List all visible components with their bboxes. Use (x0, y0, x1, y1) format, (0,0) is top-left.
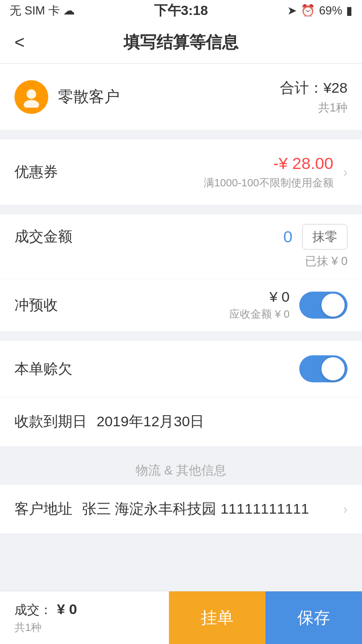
coupon-value: -¥ 28.00 满1000-100不限制使用金额 (204, 154, 334, 190)
prepay-value-area: ¥ 0 应收金额 ¥ 0 (229, 289, 348, 322)
coupon-item[interactable]: 优惠券 -¥ 28.00 满1000-100不限制使用金额 › (0, 140, 362, 205)
prepay-sub-text: 应收金额 ¥ 0 (229, 307, 290, 322)
total-count: 共1种 (280, 100, 348, 115)
divider-3 (0, 331, 362, 341)
svg-point-0 (27, 89, 36, 99)
hang-button[interactable]: 挂单 (169, 591, 265, 644)
credit-toggle-knob (321, 357, 345, 380)
svg-point-1 (24, 100, 39, 108)
customer-left: 零散客户 (14, 80, 120, 114)
page-title: 填写结算等信息 (124, 31, 238, 54)
round-zero-button[interactable]: 抹零 (302, 224, 348, 250)
coupon-value-area: -¥ 28.00 满1000-100不限制使用金额 › (204, 154, 348, 190)
customer-right: 合计：¥28 共1种 (280, 78, 348, 115)
prepay-item: 冲预收 ¥ 0 应收金额 ¥ 0 (0, 279, 362, 331)
coupon-discount: -¥ 28.00 (204, 154, 334, 173)
status-left: 无 SIM 卡 ☁ (10, 3, 75, 18)
nav-bar: < 填写结算等信息 (0, 21, 362, 64)
address-chevron-icon: › (343, 502, 348, 517)
status-bar: 无 SIM 卡 ☁ 下午3:18 ➤ ⏰ 69% ▮ (0, 0, 362, 21)
coupon-section: 优惠券 -¥ 28.00 满1000-100不限制使用金额 › (0, 140, 362, 205)
prepay-main-amount: ¥ 0 (229, 289, 290, 305)
deal-sub-text: 已抹 ¥ 0 (14, 253, 348, 269)
sim-status: 无 SIM 卡 ☁ (10, 3, 75, 18)
due-date-label: 收款到期日 (14, 412, 87, 432)
location-icon: ➤ (287, 4, 297, 17)
prepay-amount: ¥ 0 应收金额 ¥ 0 (229, 289, 290, 322)
logistics-label: 物流 & 其他信息 (136, 462, 226, 479)
content-area: 零散客户 合计：¥28 共1种 优惠券 -¥ 28.00 满1000-100不限… (0, 64, 362, 644)
save-button[interactable]: 保存 (265, 591, 362, 644)
coupon-chevron-icon: › (343, 165, 348, 180)
deal-amount-label: 成交金额 (14, 227, 72, 247)
deal-input-area: 0 抹零 (264, 224, 348, 250)
credit-label: 本单赊欠 (14, 359, 72, 379)
deal-amount-item: 成交金额 0 抹零 已抹 ¥ 0 (0, 214, 362, 279)
credit-toggle[interactable] (299, 355, 348, 382)
divider-1 (0, 130, 362, 140)
deal-amount-value[interactable]: 0 (264, 227, 292, 246)
bottom-deal-label: 成交： (14, 602, 52, 618)
deal-row-1: 成交金额 0 抹零 (14, 224, 348, 250)
status-right: ➤ ⏰ 69% ▮ (287, 4, 352, 17)
avatar (14, 80, 48, 114)
divider-2 (0, 205, 362, 214)
bottom-bar: 成交： ¥ 0 共1种 挂单 保存 (0, 591, 362, 644)
alarm-icon: ⏰ (301, 4, 315, 17)
bottom-deal-amount: ¥ 0 (57, 601, 77, 617)
due-date-value[interactable]: 2019年12月30日 (97, 412, 204, 432)
bottom-info: 成交： ¥ 0 共1种 (0, 601, 169, 635)
due-date-section: 收款到期日 2019年12月30日 (0, 397, 362, 446)
back-button[interactable]: < (14, 32, 25, 53)
address-section[interactable]: 客户地址 张三 海淀永丰科技园 11111111111 › (0, 485, 362, 533)
toggle-knob (321, 294, 345, 317)
battery-icon: ▮ (346, 4, 352, 17)
status-time: 下午3:18 (154, 1, 208, 20)
bottom-actions: 挂单 保存 (169, 591, 362, 644)
logistics-divider: 物流 & 其他信息 (0, 456, 362, 485)
credit-section: 本单赊欠 (0, 341, 362, 397)
total-amount: 合计：¥28 (280, 78, 348, 98)
coupon-desc: 满1000-100不限制使用金额 (204, 176, 334, 190)
coupon-label: 优惠券 (14, 162, 58, 182)
customer-name: 零散客户 (58, 86, 120, 108)
prepay-row-1: 冲预收 ¥ 0 应收金额 ¥ 0 (14, 289, 348, 322)
address-label: 客户地址 (14, 499, 72, 519)
address-left: 客户地址 张三 海淀永丰科技园 11111111111 (14, 499, 343, 519)
bottom-deal-count: 共1种 (14, 620, 154, 635)
deal-section: 成交金额 0 抹零 已抹 ¥ 0 冲预收 ¥ 0 应收金额 ¥ 0 (0, 214, 362, 331)
prepay-label: 冲预收 (14, 295, 58, 315)
prepay-toggle[interactable] (299, 292, 348, 319)
address-value: 张三 海淀永丰科技园 11111111111 (82, 499, 343, 519)
customer-section: 零散客户 合计：¥28 共1种 (0, 64, 362, 130)
battery-level: 69% (319, 4, 342, 17)
divider-4 (0, 446, 362, 456)
